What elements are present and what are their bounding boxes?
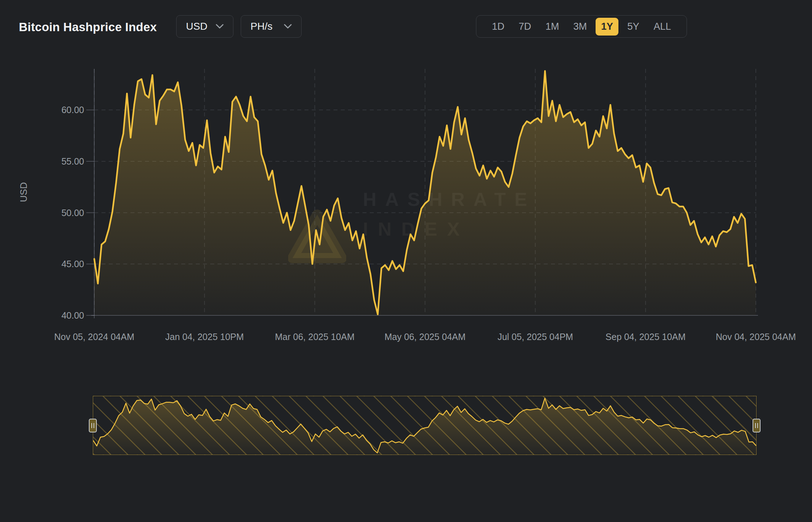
hashprice-dashboard: Bitcoin Hashprice Index USD PH/s 1D 7D 1…	[0, 0, 812, 522]
x-axis-tick-label: Jan 04, 2025 10PM	[165, 332, 244, 342]
hashprice-area-chart[interactable]: Nov 05, 2024 04AMJan 04, 2025 10PMMar 06…	[0, 0, 812, 522]
y-axis-title: USD	[18, 182, 29, 202]
y-axis-tick-label: 40.00	[61, 310, 84, 320]
y-axis-tick-label: 55.00	[61, 156, 84, 166]
y-axis-tick-label: 60.00	[61, 105, 84, 115]
navigator-right-drag-handle[interactable]	[753, 419, 761, 432]
x-axis-tick-label: May 06, 2025 04AM	[385, 332, 466, 342]
x-axis-tick-label: Nov 04, 2025 04AM	[716, 332, 796, 342]
x-axis-tick-label: Jul 05, 2025 04PM	[497, 332, 573, 342]
x-axis-tick-label: Sep 04, 2025 10AM	[605, 332, 685, 342]
y-axis-tick-label: 45.00	[61, 259, 84, 269]
y-axis-tick-label: 50.00	[61, 208, 84, 218]
navigator-left-drag-handle[interactable]	[89, 419, 97, 432]
x-axis-tick-label: Nov 05, 2024 04AM	[54, 332, 134, 342]
x-axis-tick-label: Mar 06, 2025 10AM	[275, 332, 355, 342]
